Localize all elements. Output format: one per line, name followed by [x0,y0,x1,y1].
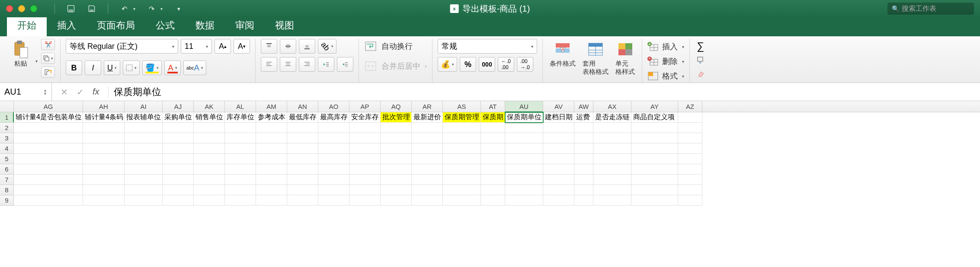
cell[interactable] [481,133,505,143]
cell[interactable] [505,123,543,133]
number-format-select[interactable]: 常规▾ [438,39,537,54]
cell[interactable] [194,185,225,195]
cell[interactable] [256,143,287,154]
cell[interactable] [381,154,412,164]
column-header[interactable]: AH [83,101,125,112]
cell[interactable]: 辅计量4是否包装单位 [14,112,83,123]
cell[interactable] [256,195,287,206]
undo-icon[interactable]: ↶ [119,4,129,13]
orientation-button[interactable]: ab [318,39,336,54]
cell[interactable] [381,143,412,154]
cell[interactable]: 保质期管理 [443,112,481,123]
cell[interactable] [83,154,125,164]
cell[interactable] [443,195,481,206]
cell[interactable] [593,123,631,133]
cell[interactable]: 安全库存 [349,112,381,123]
row-header[interactable]: 1 [0,112,14,123]
cell[interactable]: 保质期 [481,112,505,123]
cell[interactable] [678,143,702,154]
currency-button[interactable]: 💰 [438,57,457,72]
cell[interactable] [412,175,443,185]
cell[interactable] [287,143,318,154]
row-header[interactable]: 4 [0,143,14,154]
cell[interactable] [349,185,381,195]
format-as-table-button[interactable]: 套用 表格格式 [581,39,610,77]
cell[interactable]: 采购单位 [163,112,194,123]
decrease-font-button[interactable]: A▾ [234,39,250,54]
fill-button[interactable] [695,54,707,66]
cell[interactable] [194,175,225,185]
cell[interactable] [543,185,574,195]
cell[interactable] [678,185,702,195]
column-header[interactable]: AY [631,101,678,112]
tab-开始[interactable]: 开始 [7,15,47,36]
cell[interactable] [349,175,381,185]
redo-icon[interactable]: ↷ [147,4,156,13]
cell[interactable] [349,133,381,143]
cell[interactable] [543,175,574,185]
cell[interactable] [593,185,631,195]
cell[interactable] [225,195,256,206]
cell[interactable] [574,154,593,164]
cell[interactable] [574,175,593,185]
autosum-button[interactable]: ∑ [695,41,706,52]
cell[interactable] [481,123,505,133]
cell[interactable] [287,164,318,175]
cell[interactable] [318,123,349,133]
column-header[interactable]: AJ [163,101,194,112]
tab-审阅[interactable]: 审阅 [225,15,265,36]
spreadsheet-grid[interactable]: AGAHAIAJAKALAMANAOAPAQARASATAUAVAWAXAYAZ… [0,101,980,206]
wrap-text-button[interactable]: 自动换行 [364,39,413,54]
cell[interactable]: 是否走冻链 [593,112,631,123]
cell[interactable] [83,164,125,175]
cell[interactable] [631,143,678,154]
copy-button[interactable]: ▾ [41,53,55,64]
row-header[interactable]: 7 [0,175,14,185]
cell[interactable] [318,195,349,206]
cell[interactable] [593,133,631,143]
cancel-formula-button[interactable]: ✕ [61,87,68,97]
tab-视图[interactable]: 视图 [265,15,304,36]
cell[interactable] [287,123,318,133]
row-header[interactable]: 5 [0,154,14,164]
cell[interactable] [14,133,83,143]
column-header[interactable]: AS [443,101,481,112]
cell[interactable] [574,143,593,154]
cell[interactable] [412,164,443,175]
cell[interactable]: 最高库存 [318,112,349,123]
cell[interactable] [574,195,593,206]
font-name-select[interactable]: 等线 Regular (正文)▾ [66,39,178,54]
decrease-indent-button[interactable] [318,57,334,72]
cell[interactable] [194,123,225,133]
cell[interactable] [163,123,194,133]
conditional-format-button[interactable]: ≠ 条件格式 [548,39,577,69]
cell[interactable] [125,195,163,206]
cell[interactable] [83,195,125,206]
cell[interactable] [593,175,631,185]
cell[interactable]: 销售单位 [194,112,225,123]
cell[interactable] [318,154,349,164]
cell[interactable] [381,133,412,143]
cell[interactable] [543,143,574,154]
cell[interactable] [125,175,163,185]
cell[interactable] [194,143,225,154]
cell[interactable] [505,175,543,185]
cell[interactable]: 建档日期 [543,112,574,123]
cell[interactable] [481,154,505,164]
delete-cells-button[interactable]: × 删除▾ [647,55,684,67]
cell[interactable]: 最低库存 [287,112,318,123]
cell[interactable] [631,185,678,195]
tab-插入[interactable]: 插入 [47,15,86,36]
column-header[interactable]: AX [593,101,631,112]
cell[interactable] [678,164,702,175]
cell[interactable] [443,154,481,164]
merge-center-button[interactable]: 合并后居中 ▾ [364,59,427,73]
cell[interactable] [256,123,287,133]
cell[interactable] [83,175,125,185]
cell[interactable] [443,133,481,143]
cell[interactable] [225,164,256,175]
cell[interactable] [543,123,574,133]
cell[interactable] [593,143,631,154]
cell[interactable]: 库存单位 [225,112,256,123]
tab-页面布局[interactable]: 页面布局 [86,15,145,36]
